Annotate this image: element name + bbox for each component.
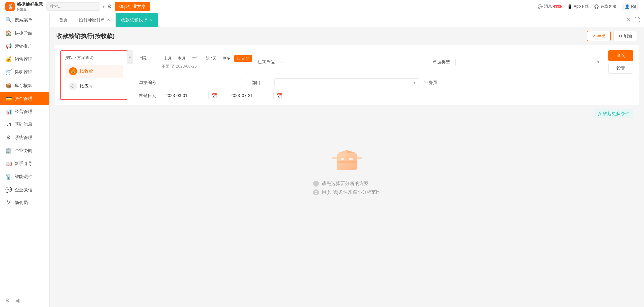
filter-collapse-btn[interactable]: « bbox=[127, 50, 133, 64]
form-row-1: 日期 上月 本月 本年 近7天 更多 自定义 bbox=[139, 50, 633, 74]
filter-by-receipt[interactable]: 💰 按收款 bbox=[65, 65, 123, 78]
receipt-option-icon: 💰 bbox=[69, 67, 77, 75]
dept-field: 部门 ▾ bbox=[252, 78, 419, 87]
more-conditions-bar: ⋀ 收起更多条件 bbox=[55, 109, 639, 118]
app-download-btn[interactable]: 📱 App下载 bbox=[567, 4, 589, 9]
finance-icon: 💳 bbox=[5, 95, 12, 102]
sidebar-item-inventory[interactable]: 📦 库存核算 bbox=[0, 79, 49, 92]
date-chip-last-month[interactable]: 上月 bbox=[162, 55, 174, 62]
verify-date-field: 核销日期 📅 — 📅 bbox=[139, 91, 282, 100]
online-service-btn[interactable]: 🎧 在线客服 bbox=[594, 4, 616, 9]
tip-num-2: 2 bbox=[313, 189, 319, 195]
marketing-icon: 📢 bbox=[5, 43, 12, 49]
dept-select[interactable]: ▾ bbox=[274, 78, 419, 87]
receipt-option-label: 按收款 bbox=[80, 68, 93, 74]
message-btn[interactable]: 💬 消息 99+ bbox=[538, 4, 562, 9]
verify-date-start-cal-icon[interactable]: 📅 bbox=[211, 93, 217, 98]
date-options-wrapper: 上月 本月 本年 近7天 更多 自定义 不限 bbox=[162, 55, 252, 69]
more-conditions-btn[interactable]: ⋀ 收起更多条件 bbox=[594, 109, 633, 118]
tab-prepay-offset[interactable]: 预付冲应付单 ✕ bbox=[73, 13, 116, 27]
topbar-right: 💬 消息 99+ 📱 App下载 🎧 在线客服 👤 Rit bbox=[538, 3, 639, 10]
doctype-label: 单据类型 bbox=[433, 59, 453, 65]
export-icon: ↗ bbox=[592, 34, 596, 39]
main-content: 按以下方案查询 💰 按收款 ⏱ 按应收 « bbox=[50, 41, 644, 307]
svg-rect-4 bbox=[349, 158, 353, 160]
sidebar-item-management[interactable]: 📊 经营管理 bbox=[0, 105, 49, 118]
refresh-icon: ↻ bbox=[619, 34, 622, 39]
verify-date-end-input[interactable] bbox=[227, 91, 274, 100]
dept-label: 部门 bbox=[252, 80, 272, 86]
sidebar-item-finance[interactable]: 💳 资金管理 bbox=[0, 92, 49, 105]
close-tab-icon[interactable]: ✕ bbox=[626, 17, 631, 23]
tab-receive-close-icon[interactable]: ✕ bbox=[149, 18, 152, 22]
sidebar-item-system[interactable]: ⚙ 系统管理 bbox=[0, 131, 49, 144]
date-chip-custom[interactable]: 自定义 bbox=[234, 55, 252, 62]
docno-field: 单据编号 bbox=[139, 78, 246, 87]
doctype-select[interactable]: ▾ bbox=[455, 58, 603, 66]
industry-btn[interactable]: 体验行业方案 bbox=[115, 2, 150, 11]
sidebar-collapse-icon[interactable]: ◀ bbox=[15, 297, 19, 304]
sidebar-item-quick-nav[interactable]: 🏠 快捷导航 bbox=[0, 27, 49, 40]
sidebar-settings-icon[interactable]: ⚙ bbox=[5, 297, 10, 304]
sidebar-label-basic-info: 基础信息 bbox=[15, 121, 32, 127]
date-chip-more[interactable]: 更多 bbox=[220, 55, 232, 62]
svg-rect-3 bbox=[341, 158, 344, 160]
sidebar-item-sales[interactable]: 💰 销售管理 bbox=[0, 53, 49, 66]
svg-marker-1 bbox=[337, 150, 347, 153]
sidebar-item-basic-info[interactable]: 🗂 基础信息 bbox=[0, 118, 49, 131]
date-chip-7days[interactable]: 近7天 bbox=[204, 55, 218, 62]
member-icon: V bbox=[5, 200, 12, 206]
sidebar-label-search-menu: 搜索菜单 bbox=[15, 17, 32, 23]
sidebar-item-enterprise[interactable]: 🏢 企业协同 bbox=[0, 144, 49, 157]
expand-icon[interactable]: ⛶ bbox=[635, 17, 640, 23]
tab-receive-offset[interactable]: 收款核销执行 ✕ bbox=[116, 13, 158, 27]
verify-date-start-input[interactable] bbox=[162, 91, 209, 100]
page-header: 收款核销执行(按收款) ↗ 导出 ↻ 刷新 bbox=[50, 27, 644, 41]
topbar-gear-icon[interactable]: ⚙ bbox=[107, 3, 112, 10]
docno-input[interactable] bbox=[162, 78, 242, 87]
tab-prepay-close-icon[interactable]: ✕ bbox=[107, 18, 110, 22]
guide-icon: 📖 bbox=[5, 160, 12, 167]
settings-btn[interactable]: 设置 bbox=[608, 63, 633, 74]
export-btn[interactable]: ↗ 导出 bbox=[587, 31, 611, 41]
dept-arrow-icon: ▾ bbox=[413, 80, 415, 85]
doctype-arrow-icon: ▾ bbox=[597, 60, 599, 64]
tab-home[interactable]: 首页 bbox=[54, 13, 73, 27]
message-label: 消息 bbox=[544, 4, 552, 9]
verify-date-end-cal-icon[interactable]: 📅 bbox=[276, 93, 282, 98]
sidebar-item-purchase[interactable]: 🛒 采购管理 bbox=[0, 66, 49, 79]
counterpart-input[interactable]: ··· bbox=[280, 58, 428, 66]
sidebar-item-guide[interactable]: 📖 新手引导 bbox=[0, 157, 49, 170]
export-label: 导出 bbox=[597, 33, 606, 39]
sidebar-label-system: 系统管理 bbox=[15, 135, 32, 141]
staff-input[interactable]: ··· bbox=[447, 78, 592, 87]
content-area: 首页 预付冲应付单 ✕ 收款核销执行 ✕ ✕ ⛶ 收款核销执行(按收款) bbox=[50, 13, 644, 307]
more-conditions-label: 收起更多条件 bbox=[603, 111, 629, 117]
query-btn[interactable]: 查询 bbox=[608, 50, 633, 61]
collapse-icon: ⋀ bbox=[598, 111, 602, 116]
receivable-option-label: 按应收 bbox=[80, 83, 93, 89]
topbar-chevron-icon[interactable]: ▾ bbox=[103, 4, 105, 9]
filter-by-receivable[interactable]: ⏱ 按应收 bbox=[65, 80, 123, 93]
main-layout: 🔍 搜索菜单 🏠 快捷导航 📢 营销推广 💰 销售管理 🛒 采购管理 📦 库存核… bbox=[0, 13, 644, 307]
date-sep: — bbox=[220, 93, 224, 98]
filter-sidebar-wrapper: 按以下方案查询 💰 按收款 ⏱ 按应收 « bbox=[60, 50, 133, 100]
page-title: 收款核销执行(按收款) bbox=[56, 32, 115, 40]
date-chip-this-year[interactable]: 本年 bbox=[190, 55, 202, 62]
sidebar-item-search-menu[interactable]: 🔍 搜索菜单 bbox=[0, 13, 49, 27]
sidebar-item-marketing[interactable]: 📢 营销推广 bbox=[0, 40, 49, 53]
topbar-search[interactable]: 搜索... bbox=[46, 2, 100, 11]
verify-date-label: 核销日期 bbox=[139, 93, 159, 99]
sidebar-label-hardware: 智能硬件 bbox=[15, 174, 32, 180]
sidebar-item-hardware[interactable]: 📡 智能硬件 bbox=[0, 170, 49, 183]
empty-tip-2: 2 用[过滤]条件来缩小分析范围 bbox=[313, 189, 381, 195]
date-chip-this-month[interactable]: 本月 bbox=[176, 55, 188, 62]
sidebar-item-wechat[interactable]: 💬 企业微信 bbox=[0, 183, 49, 196]
sidebar-label-guide: 新手引导 bbox=[15, 161, 32, 167]
sidebar-item-member[interactable]: V 畅会员 bbox=[0, 196, 49, 209]
enterprise-icon: 🏢 bbox=[5, 147, 12, 154]
management-icon: 📊 bbox=[5, 108, 12, 115]
sidebar-label-purchase: 采购管理 bbox=[15, 69, 32, 75]
user-menu[interactable]: 👤 Rit bbox=[622, 3, 639, 10]
refresh-btn[interactable]: ↻ 刷新 bbox=[613, 31, 637, 41]
